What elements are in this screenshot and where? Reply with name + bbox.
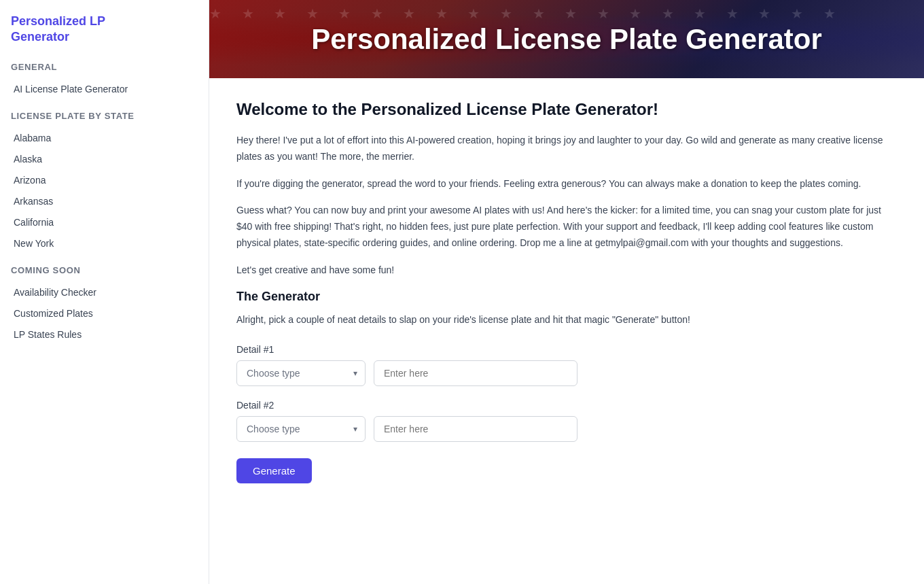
sidebar-item-alabama[interactable]: Alabama (11, 128, 198, 149)
sidebar-item-alaska[interactable]: Alaska (11, 149, 198, 170)
sidebar-item-customized-plates[interactable]: Customized Plates (11, 303, 198, 324)
sidebar: Personalized LP Generator General AI Lic… (0, 0, 209, 584)
sidebar-item-california[interactable]: California (11, 212, 198, 233)
sidebar-logo: Personalized LP Generator (11, 14, 198, 46)
sidebar-item-arkansas[interactable]: Arkansas (11, 191, 198, 212)
content-area: Welcome to the Personalized License Plat… (209, 78, 924, 584)
detail2-text-input[interactable] (374, 416, 578, 442)
sidebar-item-new-york[interactable]: New York (11, 233, 198, 254)
generator-description: Alright, pick a couple of neat details t… (236, 312, 897, 328)
sidebar-section-coming-soon: Coming soon (11, 265, 198, 275)
detail1-select-wrapper: Choose type Name Word Phrase Number ▾ (236, 360, 366, 386)
detail2-select-wrapper: Choose type Name Word Phrase Number ▾ (236, 416, 366, 442)
detail1-label: Detail #1 (236, 344, 897, 355)
detail1-type-select[interactable]: Choose type Name Word Phrase Number (236, 360, 366, 386)
page-heading: Welcome to the Personalized License Plat… (236, 100, 897, 119)
sidebar-section-general: General (11, 62, 198, 72)
hero-title: Personalized License Plate Generator (311, 23, 822, 56)
main-content: Personalized License Plate Generator Wel… (209, 0, 924, 584)
generate-button[interactable]: Generate (236, 458, 312, 483)
sidebar-section-license-plate-by-state: License Plate By State (11, 111, 198, 121)
intro-paragraph-1: Hey there! I've put a lot of effort into… (236, 133, 897, 165)
detail2-type-select[interactable]: Choose type Name Word Phrase Number (236, 416, 366, 442)
detail2-row: Choose type Name Word Phrase Number ▾ (236, 416, 897, 442)
intro-paragraph-2: If you're digging the generator, spread … (236, 176, 897, 192)
intro-paragraph-4: Let's get creative and have some fun! (236, 262, 897, 279)
sidebar-item-lp-states-rules[interactable]: LP States Rules (11, 324, 198, 345)
sidebar-item-availability-checker[interactable]: Availability Checker (11, 282, 198, 303)
intro-paragraph-3: Guess what? You can now buy and print yo… (236, 203, 897, 251)
generator-section-heading: The Generator (236, 290, 897, 304)
detail1-text-input[interactable] (374, 360, 578, 386)
sidebar-item-arizona[interactable]: Arizona (11, 170, 198, 191)
detail1-row: Choose type Name Word Phrase Number ▾ (236, 360, 897, 386)
detail2-label: Detail #2 (236, 400, 897, 411)
hero-banner: Personalized License Plate Generator (209, 0, 924, 78)
sidebar-item-ai-license-plate-generator[interactable]: AI License Plate Generator (11, 79, 198, 100)
